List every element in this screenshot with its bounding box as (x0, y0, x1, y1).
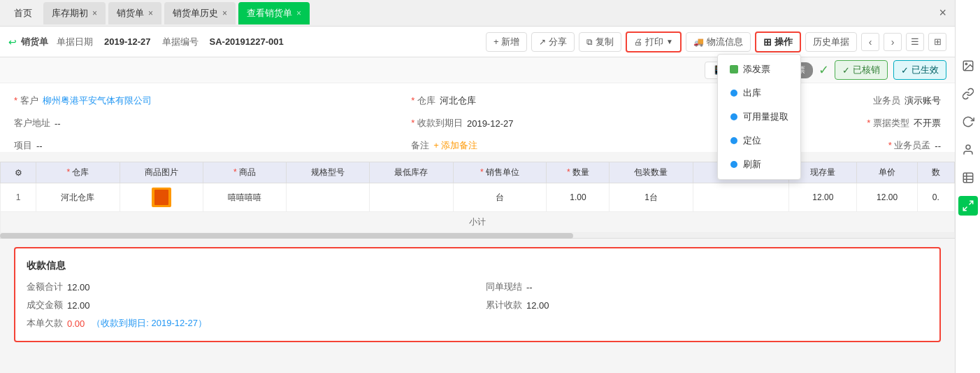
payment-grid: 金额合计 12.00 同单现结 -- 成交金额 12.00 累计收款 12.00… (27, 281, 928, 330)
total-row: 金额合计 12.00 (27, 281, 469, 293)
doc-date-label: 单据日期 (57, 36, 93, 48)
row-product-img (120, 183, 203, 212)
employee-value: 演示账号 (905, 94, 941, 107)
menu-outbound[interactable]: 出库 (718, 81, 800, 105)
row-product: 嘻嘻嘻嘻 (203, 183, 286, 212)
menu-refresh-label: 刷新 (743, 158, 761, 171)
tab-history[interactable]: 销货单历史 × (164, 2, 236, 24)
project-value: -- (36, 141, 43, 151)
tab-view-sales-close[interactable]: × (296, 8, 301, 18)
col-gear: ⚙ (1, 162, 36, 183)
secondary-toolbar: 📱 来自手机 未开票 ✓ ✓ 已核销 ✓ 已生效 (0, 57, 955, 83)
salesperson-label: 业务员孟 (888, 139, 931, 152)
doc-date-value: 2019-12-27 (104, 36, 151, 47)
col-warehouse: * 仓库 (36, 162, 120, 183)
next-button[interactable]: › (884, 33, 902, 51)
salesperson-value: -- (935, 141, 941, 151)
col-spec: 规格型号 (287, 162, 370, 183)
scroll-thumb[interactable] (0, 233, 573, 239)
horizontal-scrollbar[interactable] (0, 233, 955, 239)
tab-inventory-close[interactable]: × (92, 8, 97, 18)
logistics-button[interactable]: 🚚 物流信息 (686, 32, 751, 52)
row-warehouse: 河北仓库 (36, 183, 120, 212)
row-spec (287, 183, 370, 212)
table-header-row: ⚙ * 仓库 商品图片 * 商品 规格型号 最低库存 * 销售单位 * 数量 包… (1, 162, 955, 183)
new-button[interactable]: + 新增 (486, 32, 527, 52)
refresh-icon (729, 160, 739, 169)
product-image (152, 188, 171, 207)
tab-sales[interactable]: 销货单 × (108, 2, 161, 24)
row-num: 1 (1, 183, 36, 212)
svg-point-1 (965, 63, 967, 64)
total-label: 金额合计 (27, 281, 63, 293)
warehouse-field: 仓库 河北仓库 (411, 94, 676, 107)
note-label: 备注 (411, 139, 429, 152)
tab-home[interactable]: 首页 (6, 2, 41, 24)
svg-rect-3 (963, 173, 973, 183)
gear-icon[interactable]: ⚙ (15, 168, 22, 178)
transaction-value: 12.00 (67, 300, 90, 311)
payment-date-value: 2019-12-27 (467, 118, 514, 129)
ticket-field: 票据类型 不开票 (676, 117, 941, 129)
prev-button[interactable]: ‹ (861, 33, 879, 51)
tab-sales-close[interactable]: × (148, 8, 153, 18)
col-unit: * 销售单位 (453, 162, 547, 183)
menu-refresh[interactable]: 刷新 (718, 153, 800, 176)
print-button[interactable]: 🖨 打印 ▼ (626, 31, 682, 52)
grid-view-button[interactable]: ⊞ (928, 33, 946, 51)
operation-menu: 添发票 出库 可用量提取 定位 (717, 54, 801, 180)
settlement-label: 同单现结 (486, 281, 522, 293)
tab-view-sales[interactable]: 查看销货单 × (238, 2, 310, 24)
sidebar-expand-icon[interactable] (958, 196, 978, 216)
sidebar-rotate-icon[interactable] (958, 112, 978, 132)
form-row-1: 客户 柳州粤港平安气体有限公司 仓库 河北仓库 业务员 演示账号 (14, 94, 941, 107)
share-button[interactable]: ↗ 分享 (531, 32, 575, 52)
print-dropdown-icon: ▼ (666, 38, 673, 45)
col-amount: 数 (917, 162, 954, 183)
payment-date-label: 收款到期日 (411, 117, 463, 129)
right-sidebar (955, 0, 980, 351)
cancel-button[interactable]: ✓ 已核销 (835, 60, 888, 80)
employee-label: 业务员 (873, 94, 900, 107)
sidebar-link-icon[interactable] (958, 84, 978, 104)
operation-button-label: 操作 (774, 36, 793, 48)
sidebar-user-icon[interactable] (958, 140, 978, 160)
effect-button[interactable]: ✓ 已生效 (893, 60, 946, 80)
copy-button-label: 复制 (596, 36, 614, 48)
form-row-2: 客户地址 -- 收款到期日 2019-12-27 票据类型 不开票 (14, 117, 941, 129)
print-button-label: 打印 (645, 36, 663, 48)
menu-add-invoice[interactable]: 添发票 (718, 57, 800, 81)
history-button[interactable]: 历史单据 (805, 32, 857, 52)
col-min-stock: 最低库存 (370, 162, 453, 183)
cumulative-row: 累计收款 12.00 (486, 299, 928, 311)
tab-inventory[interactable]: 库存期初 × (43, 2, 106, 24)
tab-history-close[interactable]: × (222, 8, 227, 18)
window-close-button[interactable]: × (939, 6, 946, 20)
sidebar-table-icon[interactable] (958, 168, 978, 188)
logistics-button-label: 物流信息 (707, 36, 743, 48)
tab-view-sales-label: 查看销货单 (247, 7, 292, 20)
toolbar-left: ↩ 销货单 单据日期 2019-12-27 单据编号 SA-20191227-0… (8, 36, 480, 48)
copy-button[interactable]: ⧉ 复制 (579, 32, 621, 52)
customer-value[interactable]: 柳州粤港平安气体有限公司 (43, 94, 152, 107)
form-row-3: 项目 -- 备注 + 添加备注 业务员孟 -- (14, 139, 941, 152)
payment-title: 收款信息 (27, 260, 928, 272)
svg-point-2 (966, 145, 970, 149)
add-note-button[interactable]: + 添加备注 (433, 139, 477, 152)
settlement-value: -- (526, 282, 533, 293)
project-field: 项目 -- (14, 139, 411, 152)
add-invoice-icon (729, 64, 739, 74)
copy-icon: ⧉ (586, 37, 593, 47)
list-view-button[interactable]: ☰ (906, 33, 924, 51)
row-unit: 台 (453, 183, 547, 212)
address-field: 客户地址 -- (14, 117, 411, 129)
menu-quantity-pick[interactable]: 可用量提取 (718, 105, 800, 129)
main-toolbar: ↩ 销货单 单据日期 2019-12-27 单据编号 SA-20191227-0… (0, 27, 955, 57)
row-min-stock (370, 183, 453, 212)
tab-history-label: 销货单历史 (173, 7, 218, 20)
customer-label: 客户 (14, 94, 38, 107)
sidebar-image-icon[interactable] (958, 56, 978, 76)
menu-location[interactable]: 定位 (718, 129, 800, 153)
menu-add-invoice-label: 添发票 (743, 63, 770, 76)
operation-button[interactable]: ⊞ 操作 (755, 31, 801, 52)
